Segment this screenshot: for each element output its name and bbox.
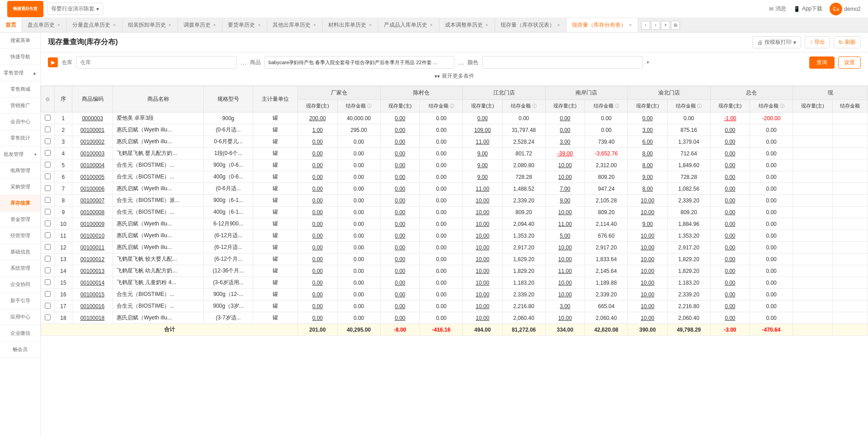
sidebar-item-quick-nav[interactable]: 快捷导航	[0, 49, 40, 65]
cell-checkbox[interactable]	[41, 136, 55, 148]
cell-total-cur[interactable]: 0.00	[710, 159, 750, 171]
cell-factory-cur[interactable]: 0.00	[298, 159, 338, 171]
cell-chen-cur[interactable]: 0.00	[380, 253, 420, 265]
cell-code[interactable]: 00100004	[72, 159, 113, 171]
refresh-button[interactable]: ↻ 刷新	[834, 36, 861, 48]
cell-factory-cur[interactable]: 0.00	[298, 148, 338, 159]
tab-combo-disassemble[interactable]: 组装拆卸单历史 ×	[123, 18, 178, 33]
cell-code[interactable]: 00100011	[72, 242, 113, 253]
sidebar-item-finance[interactable]: 资金管理	[0, 211, 40, 228]
tab-other-out[interactable]: 其他出库单历史 ×	[267, 18, 323, 33]
cell-jiangbei-cur[interactable]: 109.00	[463, 124, 503, 136]
cell-factory-cur[interactable]: 0.00	[298, 312, 338, 324]
cell-jiangbei-cur[interactable]: 11.00	[463, 183, 503, 195]
cell-total-cur[interactable]: 0.00	[710, 136, 750, 148]
cell-factory-cur[interactable]: 0.00	[298, 277, 338, 289]
cell-checkbox[interactable]	[41, 265, 55, 277]
sidebar-item-marketing[interactable]: 营销推广	[0, 98, 40, 114]
cell-chen-cur[interactable]: 0.00	[380, 218, 420, 230]
cell-jiangbei-cur[interactable]: 10.00	[463, 312, 503, 324]
cell-checkbox[interactable]	[41, 171, 55, 183]
cell-chen-cur[interactable]: 0.00	[380, 124, 420, 136]
cell-nanan-cur[interactable]: 0.00	[545, 124, 585, 136]
cell-jiangbei-cur[interactable]: 9.00	[463, 159, 503, 171]
cell-checkbox[interactable]	[41, 230, 55, 242]
cell-yubei-cur[interactable]: 10.00	[628, 242, 668, 253]
cell-checkbox[interactable]	[41, 218, 55, 230]
close-tab-stocktake[interactable]: ×	[57, 22, 61, 28]
cell-chen-cur[interactable]: 0.00	[380, 148, 420, 159]
tab-split-stocktake[interactable]: 分量盘点单历史 ×	[67, 18, 123, 33]
cell-code[interactable]: 00100009	[72, 218, 113, 230]
color-input[interactable]	[482, 56, 643, 69]
cell-factory-cur[interactable]: 0.00	[298, 289, 338, 300]
tab-cost-adjust[interactable]: 成本调整单历史 ×	[439, 18, 495, 33]
close-tab-cost-adjust[interactable]: ×	[485, 22, 489, 28]
cell-total-cur[interactable]: 0.00	[710, 124, 750, 136]
query-button[interactable]: 查询	[809, 56, 835, 69]
sidebar-item-retail-mall[interactable]: 零售商城	[0, 81, 40, 98]
cell-jiangbei-cur[interactable]: 10.00	[463, 206, 503, 218]
app-download-btn[interactable]: 📱 App下载	[793, 5, 822, 13]
cell-jiangbei-cur[interactable]: 11.00	[463, 136, 503, 148]
cell-jiangbei-cur[interactable]: 10.00	[463, 242, 503, 253]
print-button[interactable]: 🖨 按模板打印 ▾	[752, 36, 801, 48]
cell-jiangbei-cur[interactable]: 10.00	[463, 253, 503, 265]
close-tab-other-out[interactable]: ×	[312, 22, 317, 28]
cell-code[interactable]: 00100005	[72, 171, 113, 183]
cell-factory-cur[interactable]: 0.00	[298, 242, 338, 253]
cell-factory-cur[interactable]: 0.00	[298, 265, 338, 277]
cell-total-cur[interactable]: 0.00	[710, 300, 750, 312]
cell-nanan-cur[interactable]: 7.00	[545, 183, 585, 195]
cell-code[interactable]: 00100007	[72, 195, 113, 206]
cell-nanan-cur[interactable]: 0.00	[545, 113, 585, 124]
goods-input[interactable]	[264, 56, 454, 69]
sidebar-item-stock[interactable]: 库存核算	[0, 195, 40, 211]
th-gear[interactable]: ⚙	[41, 86, 55, 113]
cell-factory-cur[interactable]: 0.00	[298, 195, 338, 206]
cell-jiangbei-cur[interactable]: 10.00	[463, 265, 503, 277]
cell-chen-cur[interactable]: 0.00	[380, 265, 420, 277]
sidebar-item-member2[interactable]: 畅会员	[0, 342, 40, 358]
sidebar-item-base[interactable]: 基础信息	[0, 244, 40, 260]
cell-yubei-cur[interactable]: 0.00	[628, 113, 668, 124]
cell-total-cur[interactable]: 0.00	[710, 277, 750, 289]
cell-chen-cur[interactable]: 0.00	[380, 242, 420, 253]
sidebar-item-wholesale[interactable]: 批发管理 ▾	[0, 146, 40, 163]
cell-yubei-cur[interactable]: 10.00	[628, 289, 668, 300]
chen-bal-info-icon[interactable]: ⓘ	[450, 103, 454, 108]
cell-jiangbei-cur[interactable]: 10.00	[463, 277, 503, 289]
user-profile[interactable]: Ea demo2	[830, 3, 861, 15]
cell-chen-cur[interactable]: 0.00	[380, 300, 420, 312]
close-tab-material-out[interactable]: ×	[368, 22, 373, 28]
cell-checkbox[interactable]	[41, 159, 55, 171]
cell-code[interactable]: 00100003	[72, 148, 113, 159]
cell-code[interactable]: 00100010	[72, 230, 113, 242]
cell-yubei-cur[interactable]: 10.00	[628, 253, 668, 265]
sidebar-item-operation[interactable]: 经营管理	[0, 228, 40, 244]
cell-chen-cur[interactable]: 0.00	[380, 312, 420, 324]
jiangbei-bal-info-icon[interactable]: ⓘ	[532, 103, 537, 108]
tab-next-btn[interactable]: ›	[651, 21, 660, 30]
cell-total-cur[interactable]: 0.00	[710, 171, 750, 183]
tab-order[interactable]: 要货单历史 ×	[222, 18, 267, 33]
cell-factory-cur[interactable]: 0.00	[298, 218, 338, 230]
cell-factory-cur[interactable]: 0.00	[298, 300, 338, 312]
cell-total-cur[interactable]: 0.00	[710, 289, 750, 300]
cell-nanan-cur[interactable]: 10.00	[545, 312, 585, 324]
cell-jiangbei-cur[interactable]: 9.00	[463, 171, 503, 183]
cell-checkbox[interactable]	[41, 289, 55, 300]
cell-jiangbei-cur[interactable]: 10.00	[463, 300, 503, 312]
nanan-bal-info-icon[interactable]: ⓘ	[615, 103, 619, 108]
cell-nanan-cur[interactable]: 10.00	[545, 206, 585, 218]
cell-yubei-cur[interactable]: 3.00	[628, 124, 668, 136]
cell-total-cur[interactable]: -1.00	[710, 113, 750, 124]
cell-nanan-cur[interactable]: 10.00	[545, 171, 585, 183]
cell-factory-cur[interactable]: 0.00	[298, 171, 338, 183]
cell-total-cur[interactable]: 0.00	[710, 183, 750, 195]
cell-checkbox[interactable]	[41, 312, 55, 324]
sidebar-item-purchase[interactable]: 采购管理	[0, 179, 40, 195]
cell-total-cur[interactable]: 0.00	[710, 242, 750, 253]
cell-nanan-cur[interactable]: -39.00	[545, 148, 585, 159]
cell-yubei-cur[interactable]: 10.00	[628, 277, 668, 289]
